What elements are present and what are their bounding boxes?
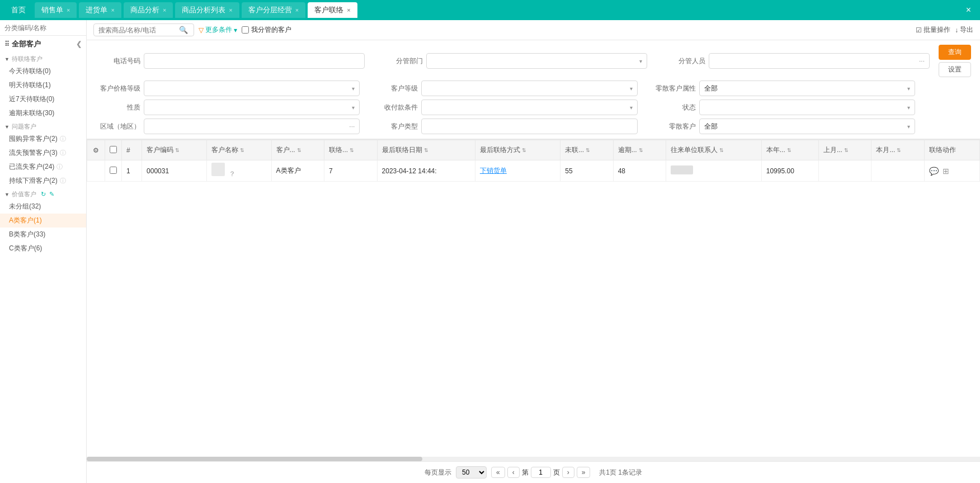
chat-icon[interactable]: 💬 <box>929 167 939 176</box>
edit-icon[interactable]: ✎ <box>49 191 54 198</box>
sort-name-icon[interactable]: ⇅ <box>240 148 244 153</box>
sort-overdue-icon[interactable]: ⇅ <box>639 148 643 153</box>
th-last-date[interactable]: 最后联络日期⇅ <box>377 140 475 160</box>
nav-tab-sales[interactable]: 销售单 × <box>35 2 77 18</box>
sidebar-search-input[interactable] <box>4 24 87 32</box>
close-tab-customer-contact[interactable]: × <box>347 7 350 13</box>
row-checkbox[interactable] <box>110 167 117 174</box>
sidebar-item-7days[interactable]: 近7天待联络(0) <box>0 92 86 106</box>
sort-date-icon[interactable]: ⇅ <box>424 148 428 153</box>
nav-tab-purchase[interactable]: 进货单 × <box>79 2 121 18</box>
sort-contact-icon[interactable]: ⇅ <box>350 148 354 153</box>
my-customers-check[interactable] <box>242 26 249 34</box>
th-check[interactable] <box>105 140 122 160</box>
select-all-checkbox[interactable] <box>110 146 117 153</box>
sort-nocontact-icon[interactable]: ⇅ <box>586 148 590 153</box>
my-customers-checkbox[interactable]: 我分管的客户 <box>242 25 291 35</box>
th-this-month[interactable]: 本月...⇅ <box>871 140 924 160</box>
th-name[interactable]: 客户名称⇅ <box>206 140 271 160</box>
input-scatter[interactable]: 全部▾ <box>699 119 915 134</box>
sidebar-all-customers[interactable]: ⠿ 全部客户 ❮ <box>0 36 86 53</box>
sidebar-item-abnormal[interactable]: 囤购异常客户(2) ⓘ <box>0 132 86 146</box>
scrollbar-thumb[interactable] <box>87 457 422 461</box>
filter-search-icon[interactable]: 🔍 <box>179 26 188 34</box>
th-overdue[interactable]: 逾期...⇅ <box>613 140 666 160</box>
close-tab-analysis-list[interactable]: × <box>229 7 232 13</box>
filter-more-btn[interactable]: ▽ 更多条件 ▾ <box>199 25 237 35</box>
horizontal-scrollbar[interactable] <box>87 457 980 461</box>
th-contact-count[interactable]: 联络...⇅ <box>324 140 377 160</box>
filter-icon: ▽ <box>199 26 204 34</box>
input-dept[interactable]: ▾ <box>426 53 647 69</box>
sidebar-item-class-b[interactable]: B类客户(33) <box>0 228 86 242</box>
th-unit-contact[interactable]: 往来单位联系人⇅ <box>666 140 762 160</box>
field-customer-type: 客户类型 <box>373 119 637 134</box>
close-all-button[interactable]: × <box>962 5 976 15</box>
input-price-tier[interactable]: ▾ <box>144 80 360 96</box>
th-last-method[interactable]: 最后联络方式⇅ <box>475 140 560 160</box>
input-payment[interactable]: ▾ <box>421 100 637 115</box>
sidebar-collapse-btn[interactable]: ❮ <box>76 40 82 48</box>
grid-action-icon[interactable]: ⊞ <box>943 167 949 176</box>
sidebar-item-ungroup[interactable]: 未分组(32) <box>0 200 86 214</box>
close-tab-customer-tier[interactable]: × <box>295 7 299 13</box>
last-page-btn[interactable]: » <box>577 467 591 478</box>
sort-thismonth-icon[interactable]: ⇅ <box>897 148 901 153</box>
first-page-btn[interactable]: « <box>491 467 505 478</box>
sidebar-item-today[interactable]: 今天待联络(0) <box>0 64 86 78</box>
adv-filter-row-2: 客户价格等级 ▾ 客户等级 ▾ 零散客户属性 全部▾ <box>96 80 971 96</box>
row-check[interactable] <box>105 160 122 182</box>
last-method-link[interactable]: 下销货单 <box>480 167 507 174</box>
sort-code-icon[interactable]: ⇅ <box>175 148 180 153</box>
nav-tab-analysis-list[interactable]: 商品分析列表 × <box>175 2 239 18</box>
export-button[interactable]: ↓ 导出 <box>955 25 973 35</box>
input-customer-tier[interactable]: ▾ <box>421 80 637 96</box>
settings-button[interactable]: 设置 <box>939 62 971 77</box>
next-page-btn[interactable]: › <box>562 467 574 478</box>
close-tab-analysis[interactable]: × <box>163 7 166 13</box>
th-no-contact[interactable]: 未联...⇅ <box>560 140 613 160</box>
row-last-method[interactable]: 下销货单 <box>475 160 560 182</box>
input-status[interactable]: ▾ <box>699 100 915 115</box>
th-last-month[interactable]: 上月...⇅ <box>818 140 871 160</box>
nav-tab-customer-tier[interactable]: 客户分层经营 × <box>242 2 305 18</box>
input-phone[interactable] <box>144 53 365 69</box>
sidebar-item-warning[interactable]: 流失预警客户(3) ⓘ <box>0 146 86 160</box>
sidebar-item-class-a[interactable]: A类客户(1) <box>0 214 86 228</box>
sidebar-group-pending[interactable]: ▼ 待联络客户 <box>0 53 86 64</box>
filter-search-input[interactable] <box>98 26 177 34</box>
query-button[interactable]: 查询 <box>939 45 971 60</box>
th-gear[interactable]: ⚙ <box>87 140 105 160</box>
th-this-year[interactable]: 本年...⇅ <box>761 140 818 160</box>
input-nature[interactable]: ▾ <box>144 100 360 115</box>
sort-year-icon[interactable]: ⇅ <box>787 148 791 153</box>
sidebar-item-class-c[interactable]: C类客户(6) <box>0 242 86 255</box>
page-size-select[interactable]: 50 100 200 <box>456 466 487 479</box>
input-scatter-attr[interactable]: 全部▾ <box>699 80 915 96</box>
input-customer-type[interactable] <box>421 119 637 134</box>
sort-unit-icon[interactable]: ⇅ <box>719 148 724 153</box>
sidebar-item-tomorrow[interactable]: 明天待联络(1) <box>0 78 86 92</box>
bulk-op-button[interactable]: ☑ 批量操作 <box>916 25 950 35</box>
sort-lastmonth-icon[interactable]: ⇅ <box>844 148 849 153</box>
prev-page-btn[interactable]: ‹ <box>507 467 520 478</box>
sidebar-group-problem[interactable]: ▼ 问题客户 <box>0 120 86 132</box>
close-tab-purchase[interactable]: × <box>111 7 114 13</box>
sidebar-item-lost[interactable]: 已流失客户(24) ⓘ <box>0 160 86 174</box>
th-type[interactable]: 客户...⇅ <box>271 140 324 160</box>
th-code[interactable]: 客户编码⇅ <box>142 140 207 160</box>
sort-type-icon[interactable]: ⇅ <box>297 148 301 153</box>
sidebar-group-value[interactable]: ▼ 价值客户 ↻ ✎ <box>0 188 86 200</box>
input-region[interactable]: ··· <box>144 119 360 134</box>
page-number-input[interactable] <box>531 467 551 478</box>
filter-bar-right: ☑ 批量操作 ↓ 导出 <box>916 25 973 35</box>
sort-method-icon[interactable]: ⇅ <box>522 148 526 153</box>
nav-home[interactable]: 首页 <box>4 5 32 15</box>
sidebar-item-declining[interactable]: 持续下滑客户(2) ⓘ <box>0 174 86 188</box>
nav-tab-analysis[interactable]: 商品分析 × <box>124 2 173 18</box>
input-person[interactable]: ··· <box>709 53 930 69</box>
refresh-icon[interactable]: ↻ <box>41 191 46 198</box>
sidebar-item-overdue[interactable]: 逾期未联络(30) <box>0 106 86 120</box>
close-tab-sales[interactable]: × <box>67 7 70 13</box>
nav-tab-customer-contact[interactable]: 客户联络 × <box>308 2 357 18</box>
